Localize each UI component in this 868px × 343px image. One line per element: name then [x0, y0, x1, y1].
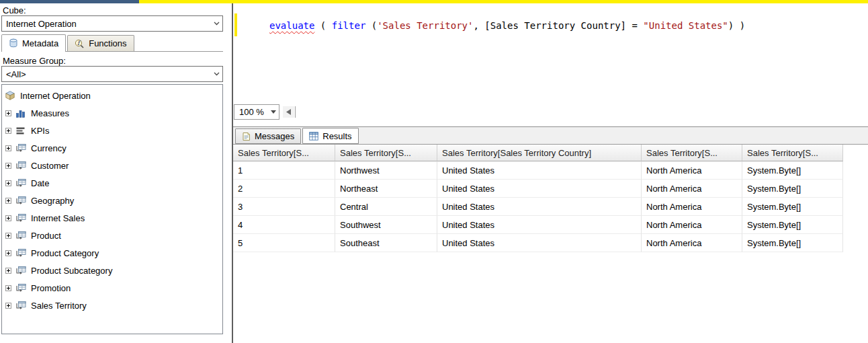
table-cell: North America: [642, 180, 742, 198]
results-grid: Sales Territory[S...Sales Territory[S...…: [233, 144, 868, 343]
dimension-icon: [16, 213, 30, 223]
tree-item-internet-operation[interactable]: Internet Operation: [2, 87, 222, 104]
table-cell: United States: [437, 198, 642, 216]
table-cell: 5: [233, 234, 335, 252]
column-header[interactable]: Sales Territory[Sales Territory Country]: [437, 145, 642, 161]
tree-item-label: Product Category: [31, 248, 99, 258]
table-cell: Northeast: [335, 180, 437, 198]
table-row[interactable]: 5SoutheastUnited StatesNorth AmericaSyst…: [233, 234, 868, 252]
column-header[interactable]: Sales Territory[S...: [233, 145, 335, 161]
code-token-plain: [Sales Territory Country]: [484, 20, 626, 31]
tree-item-kpis[interactable]: KPIs: [2, 122, 222, 139]
code-token-plain: =: [626, 20, 643, 31]
code-token-plain: ) ): [728, 20, 745, 31]
table-row[interactable]: 3CentralUnited StatesNorth AmericaSystem…: [233, 198, 868, 216]
tree-item-product-subcategory[interactable]: Product Subcategory: [2, 262, 222, 279]
app-window: Cube: Internet Operation Metadata f Func…: [0, 0, 868, 343]
tab-messages-label: Messages: [255, 131, 294, 141]
table-cell: United States: [437, 216, 642, 234]
expand-plus-icon[interactable]: [5, 198, 16, 204]
table-cell: System.Byte[]: [742, 180, 843, 198]
scroll-left-button[interactable]: [283, 106, 294, 118]
table-row[interactable]: 2NortheastUnited StatesNorth AmericaSyst…: [233, 180, 868, 198]
code-token-string: 'Sales Territory': [377, 20, 473, 31]
tree-item-sales-territory[interactable]: Sales Territory: [2, 297, 222, 314]
expand-plus-icon[interactable]: [5, 303, 16, 309]
query-editor[interactable]: evaluate ( filter ('Sales Territory', [S…: [233, 3, 868, 126]
chevron-down-icon[interactable]: [268, 110, 279, 114]
dimension-icon: [16, 231, 30, 240]
dimension-icon: [16, 266, 30, 275]
expand-plus-icon[interactable]: [5, 128, 16, 134]
metadata-icon: [9, 38, 18, 48]
tree-item-label: Geography: [31, 196, 74, 206]
zoom-value: 100 %: [239, 107, 268, 117]
expand-plus-icon[interactable]: [5, 250, 16, 256]
table-cell: United States: [437, 180, 642, 198]
table-row[interactable]: 1NorthwestUnited StatesNorth AmericaSyst…: [233, 161, 868, 180]
column-header[interactable]: Sales Territory[S...: [742, 145, 843, 161]
results-grid-icon: [309, 132, 318, 141]
table-cell: North America: [642, 216, 742, 234]
table-row[interactable]: 4SouthwestUnited StatesNorth AmericaSyst…: [233, 216, 868, 234]
tree-item-customer[interactable]: Customer: [2, 157, 222, 174]
chevron-down-icon[interactable]: [210, 67, 222, 81]
expand-plus-icon[interactable]: [5, 285, 16, 291]
cube-dropdown-value: Internet Operation: [6, 19, 210, 29]
dimension-icon: [16, 161, 30, 170]
tree-item-label: Internet Sales: [31, 213, 85, 223]
grid-header-row: Sales Territory[S...Sales Territory[S...…: [233, 145, 868, 161]
code-token-plain: ,: [473, 20, 484, 31]
kpi-icon: [16, 126, 30, 135]
table-cell: 1: [233, 161, 335, 180]
tree-item-measures[interactable]: Measures: [2, 104, 222, 122]
dax-query-line[interactable]: evaluate ( filter ('Sales Territory', [S…: [269, 18, 745, 33]
table-cell: 3: [233, 198, 335, 216]
tree-item-label: Promotion: [31, 283, 71, 293]
dimension-icon: [16, 143, 30, 153]
table-cell: Central: [335, 198, 437, 216]
tree-item-promotion[interactable]: Promotion: [2, 279, 222, 297]
cube-label: Cube:: [3, 5, 26, 15]
column-header[interactable]: Sales Territory[S...: [335, 145, 437, 161]
tab-functions-label: Functions: [89, 38, 126, 48]
messages-icon: [242, 132, 251, 141]
editor-zoom-bar: 100 %: [234, 104, 296, 120]
table-cell: System.Byte[]: [742, 216, 843, 234]
dimension-icon: [16, 248, 30, 258]
column-header[interactable]: Sales Territory[S...: [642, 145, 742, 161]
metadata-tree: Internet OperationMeasuresKPIsCurrencyCu…: [1, 84, 223, 334]
chevron-down-icon[interactable]: [210, 16, 222, 31]
table-cell: System.Byte[]: [742, 234, 843, 252]
scrollbar-divider: [295, 106, 296, 118]
expand-plus-icon[interactable]: [5, 163, 16, 169]
dimension-icon: [16, 178, 30, 188]
tree-item-product-category[interactable]: Product Category: [2, 244, 222, 262]
expand-plus-icon[interactable]: [5, 268, 16, 274]
expand-plus-icon[interactable]: [5, 110, 16, 116]
code-token-string: "United States": [643, 20, 728, 31]
tree-item-product[interactable]: Product: [2, 227, 222, 244]
expand-plus-icon[interactable]: [5, 145, 16, 151]
table-cell: North America: [642, 198, 742, 216]
code-token-plain: (: [314, 20, 331, 31]
tree-item-date[interactable]: Date: [2, 174, 222, 192]
tab-functions[interactable]: f Functions: [67, 35, 134, 51]
cube-icon: [5, 91, 19, 100]
table-cell: Southeast: [335, 234, 437, 252]
expand-plus-icon[interactable]: [5, 233, 16, 239]
measure-group-dropdown[interactable]: <All>: [1, 66, 223, 82]
tree-item-internet-sales[interactable]: Internet Sales: [2, 209, 222, 227]
tree-item-currency[interactable]: Currency: [2, 139, 222, 157]
table-cell: System.Byte[]: [742, 198, 843, 216]
tab-metadata[interactable]: Metadata: [1, 34, 66, 51]
table-cell: Northwest: [335, 161, 437, 180]
tab-results[interactable]: Results: [302, 128, 358, 144]
measure-group-value: <All>: [6, 69, 210, 79]
cube-dropdown[interactable]: Internet Operation: [1, 15, 223, 32]
tab-messages[interactable]: Messages: [235, 128, 301, 144]
tree-item-geography[interactable]: Geography: [2, 192, 222, 209]
expand-plus-icon[interactable]: [5, 215, 16, 221]
zoom-dropdown[interactable]: 100 %: [234, 104, 279, 120]
expand-plus-icon[interactable]: [5, 180, 16, 186]
